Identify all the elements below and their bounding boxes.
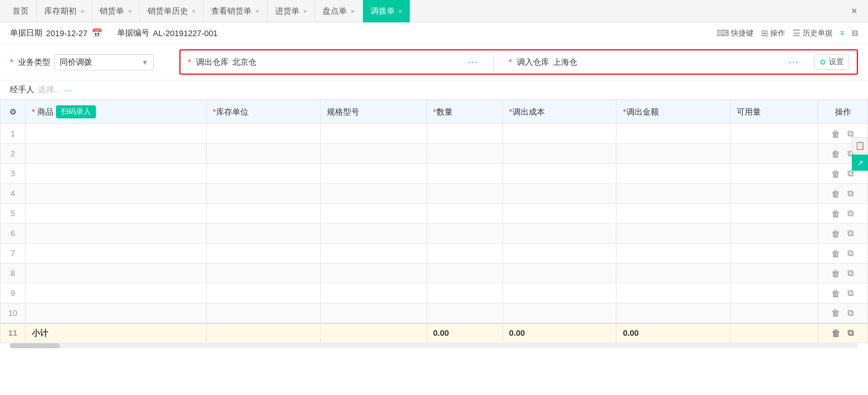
sidebar-expand-button[interactable]: ↗ <box>852 155 868 171</box>
cell-amount[interactable] <box>616 144 730 164</box>
cell-cost[interactable] <box>502 283 616 303</box>
delete-icon[interactable]: 🗑 <box>830 188 841 199</box>
cell-cost[interactable] <box>502 224 616 244</box>
tab-close-sales-order[interactable]: × <box>128 7 131 15</box>
cell-spec[interactable] <box>320 264 427 283</box>
cell-cost[interactable] <box>502 164 616 184</box>
cell-cost[interactable] <box>502 204 616 224</box>
cell-spec[interactable] <box>320 204 427 224</box>
history-button[interactable]: ☰ 历史单据 <box>793 28 833 39</box>
tab-stocktake[interactable]: 盘点单 × <box>315 0 362 22</box>
cell-qty[interactable] <box>427 164 502 184</box>
cell-product[interactable] <box>26 144 207 164</box>
delete-icon[interactable]: 🗑 <box>830 128 841 140</box>
cell-unit[interactable] <box>206 264 320 283</box>
th-settings[interactable]: ⚙ <box>1 100 26 124</box>
tab-sales-history[interactable]: 销货单历史 × <box>140 0 204 22</box>
cell-product[interactable] <box>26 264 207 283</box>
cell-amount[interactable] <box>616 224 730 244</box>
person-more-button[interactable]: ··· <box>65 85 73 95</box>
cell-product[interactable] <box>26 303 207 323</box>
cell-spec[interactable] <box>320 144 427 164</box>
delete-icon[interactable]: 🗑 <box>830 228 841 239</box>
tab-close-view-sales[interactable]: × <box>255 7 259 15</box>
transfer-in-more-button[interactable]: ··· <box>789 57 799 68</box>
cell-amount[interactable] <box>616 184 730 204</box>
cell-product[interactable] <box>26 164 207 184</box>
copy-icon[interactable]: ⧉ <box>845 288 856 299</box>
cell-cost[interactable] <box>502 303 616 323</box>
cell-unit[interactable] <box>206 244 320 264</box>
delete-icon[interactable]: 🗑 <box>830 148 841 159</box>
cell-available[interactable] <box>730 244 818 264</box>
cell-unit[interactable] <box>206 144 320 164</box>
cell-cost[interactable] <box>502 264 616 283</box>
tab-inventory-init[interactable]: 库存期初 × <box>37 0 92 22</box>
tab-close-sales-history[interactable]: × <box>192 7 196 15</box>
cell-unit[interactable] <box>206 124 320 144</box>
cell-cost[interactable] <box>502 124 616 144</box>
cell-amount[interactable] <box>616 283 730 303</box>
cell-spec[interactable] <box>320 303 427 323</box>
cell-qty[interactable] <box>427 204 502 224</box>
tab-close-purchase[interactable]: × <box>303 7 307 15</box>
cell-amount[interactable] <box>616 164 730 184</box>
cell-spec[interactable] <box>320 184 427 204</box>
cell-unit[interactable] <box>206 224 320 244</box>
cell-qty[interactable] <box>427 224 502 244</box>
cell-spec[interactable] <box>320 283 427 303</box>
copy-icon[interactable]: ⧉ <box>845 228 856 239</box>
cell-spec[interactable] <box>320 124 427 144</box>
tab-home[interactable]: 首页 <box>5 0 37 22</box>
cell-qty[interactable] <box>427 124 502 144</box>
copy-icon[interactable]: ⧉ <box>845 268 856 279</box>
setting-button[interactable]: ⚙ 设置 <box>814 54 849 70</box>
copy-icon[interactable]: ⧉ <box>845 328 856 339</box>
copy-icon[interactable]: ⧉ <box>845 208 856 219</box>
copy-icon[interactable]: ⧉ <box>845 188 856 199</box>
cell-qty[interactable] <box>427 244 502 264</box>
tab-close-transfer[interactable]: × <box>399 7 402 15</box>
cell-qty[interactable] <box>427 184 502 204</box>
tab-view-sales[interactable]: 查看销货单 × <box>204 0 267 22</box>
tab-purchase[interactable]: 进货单 × <box>268 0 315 22</box>
cell-available[interactable] <box>730 184 818 204</box>
cell-available[interactable] <box>730 144 818 164</box>
sidebar-doc-button[interactable]: 📋 <box>852 137 868 153</box>
cell-cost[interactable] <box>502 244 616 264</box>
person-placeholder[interactable]: 选择... <box>38 84 61 95</box>
layout-toggle-grid[interactable]: ⊟ <box>852 29 858 37</box>
cell-product[interactable] <box>26 204 207 224</box>
cell-available[interactable] <box>730 264 818 283</box>
delete-icon[interactable]: 🗑 <box>830 328 841 339</box>
shortcuts-button[interactable]: ⌨ 快捷键 <box>717 28 753 39</box>
delete-icon[interactable]: 🗑 <box>830 268 841 279</box>
scroll-thumb[interactable] <box>10 343 60 348</box>
cell-available[interactable] <box>730 303 818 323</box>
cell-amount[interactable] <box>616 204 730 224</box>
cell-spec[interactable] <box>320 224 427 244</box>
tab-close-inventory-init[interactable]: × <box>80 7 84 15</box>
cell-spec[interactable] <box>320 164 427 184</box>
cell-unit[interactable] <box>206 204 320 224</box>
cell-cost[interactable] <box>502 184 616 204</box>
window-close-button[interactable]: × <box>846 2 863 20</box>
cell-available[interactable] <box>730 224 818 244</box>
cell-spec[interactable] <box>320 244 427 264</box>
cell-qty[interactable] <box>427 144 502 164</box>
cell-amount[interactable] <box>616 124 730 144</box>
tab-transfer[interactable]: 调拨单 × <box>363 0 410 22</box>
transfer-out-more-button[interactable]: ··· <box>468 57 478 68</box>
operations-button[interactable]: ⊞ 操作 <box>761 28 785 39</box>
cell-product[interactable] <box>26 184 207 204</box>
scan-button[interactable]: 扫码录入 <box>56 105 96 118</box>
calendar-icon[interactable]: 📅 <box>92 28 102 38</box>
delete-icon[interactable]: 🗑 <box>830 208 841 219</box>
copy-icon[interactable]: ⧉ <box>845 307 856 318</box>
cell-product[interactable] <box>26 283 207 303</box>
delete-icon[interactable]: 🗑 <box>830 248 841 259</box>
cell-available[interactable] <box>730 283 818 303</box>
cell-qty[interactable] <box>427 303 502 323</box>
business-type-select[interactable]: 同价调拨 ▼ <box>54 54 154 70</box>
cell-available[interactable] <box>730 124 818 144</box>
